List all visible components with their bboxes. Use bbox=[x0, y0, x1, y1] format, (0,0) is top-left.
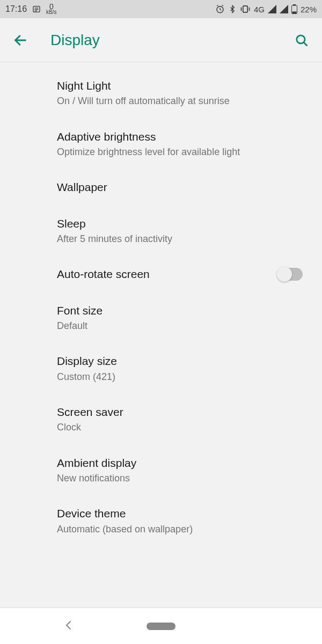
setting-font-size[interactable]: Font size Default bbox=[0, 292, 322, 343]
setting-display-size[interactable]: Display size Custom (421) bbox=[0, 343, 322, 394]
setting-subtitle: Optimize brightness level for available … bbox=[57, 146, 308, 158]
setting-sleep[interactable]: Sleep After 5 minutes of inactivity bbox=[0, 206, 322, 257]
setting-screen-saver[interactable]: Screen saver Clock bbox=[0, 394, 322, 445]
alarm-icon bbox=[215, 4, 225, 14]
setting-subtitle: Custom (421) bbox=[57, 371, 308, 383]
setting-subtitle: Clock bbox=[57, 421, 308, 434]
setting-title: Auto-rotate screen bbox=[57, 267, 278, 281]
search-button[interactable] bbox=[292, 31, 311, 50]
setting-title: Sleep bbox=[57, 216, 308, 231]
network-type: 4G bbox=[254, 5, 265, 14]
svg-line-6 bbox=[220, 10, 221, 11]
setting-title: Font size bbox=[57, 303, 308, 318]
svg-rect-11 bbox=[249, 8, 250, 11]
bluetooth-icon bbox=[228, 4, 237, 14]
setting-night-light[interactable]: Night Light On / Will turn off automatic… bbox=[0, 68, 322, 119]
battery-percent: 22% bbox=[301, 5, 317, 14]
setting-title: Wallpaper bbox=[57, 180, 308, 194]
signal-icon bbox=[268, 5, 276, 13]
setting-subtitle: New notifications bbox=[57, 472, 308, 485]
svg-rect-13 bbox=[293, 4, 296, 6]
system-nav-bar bbox=[0, 608, 322, 644]
signal-icon-2 bbox=[280, 5, 288, 13]
setting-subtitle: On / Will turn off automatically at sunr… bbox=[57, 95, 308, 107]
setting-wallpaper[interactable]: Wallpaper bbox=[0, 169, 322, 205]
setting-title: Display size bbox=[57, 354, 308, 368]
setting-auto-rotate[interactable]: Auto-rotate screen bbox=[0, 256, 322, 292]
news-icon bbox=[32, 5, 41, 13]
setting-title: Night Light bbox=[57, 78, 308, 93]
svg-line-8 bbox=[222, 5, 223, 6]
setting-device-theme[interactable]: Device theme Automatic (based on wallpap… bbox=[0, 495, 322, 546]
svg-rect-14 bbox=[292, 12, 296, 14]
setting-title: Ambient display bbox=[57, 456, 308, 470]
setting-title: Screen saver bbox=[57, 405, 308, 419]
setting-subtitle: After 5 minutes of inactivity bbox=[57, 233, 308, 245]
status-time: 17:16 bbox=[5, 4, 27, 14]
setting-adaptive-brightness[interactable]: Adaptive brightness Optimize brightness … bbox=[0, 119, 322, 170]
status-bar: 17:16 0 kB/s 4G 22% bbox=[0, 0, 322, 18]
app-header: Display bbox=[0, 18, 322, 62]
vibrate-icon bbox=[240, 5, 251, 13]
nav-back-button[interactable] bbox=[64, 619, 73, 633]
svg-rect-10 bbox=[241, 8, 242, 11]
setting-title: Adaptive brightness bbox=[57, 129, 308, 144]
settings-list: Night Light On / Will turn off automatic… bbox=[0, 62, 322, 608]
setting-subtitle: Default bbox=[57, 320, 308, 332]
auto-rotate-toggle[interactable] bbox=[278, 268, 303, 281]
page-title: Display bbox=[50, 32, 100, 49]
back-button[interactable] bbox=[11, 31, 30, 50]
svg-line-7 bbox=[217, 5, 218, 6]
setting-title: Device theme bbox=[57, 506, 308, 521]
battery-icon bbox=[291, 4, 297, 14]
svg-rect-9 bbox=[243, 6, 247, 12]
nav-home-pill[interactable] bbox=[147, 623, 175, 630]
setting-ambient-display[interactable]: Ambient display New notifications bbox=[0, 445, 322, 496]
setting-subtitle: Automatic (based on wallpaper) bbox=[57, 523, 308, 536]
data-speed: 0 kB/s bbox=[46, 4, 56, 14]
svg-line-17 bbox=[304, 42, 307, 45]
